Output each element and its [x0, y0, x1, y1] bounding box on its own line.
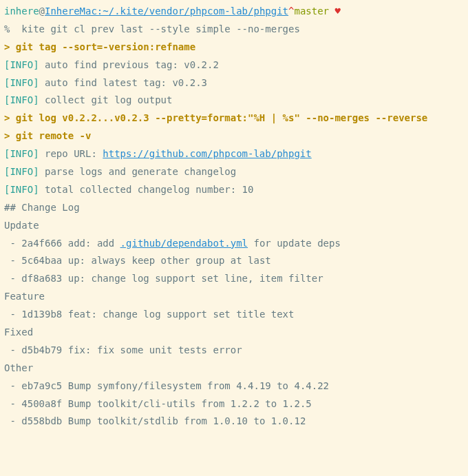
output-line: [INFO] auto find previous tag: v0.2.2 — [4, 56, 464, 74]
command-input-line: % kite git cl prev last --style simple -… — [4, 21, 464, 39]
commit-hash: df8a683 — [21, 273, 62, 284]
bullet: - — [4, 273, 21, 284]
prompt-line: inhere@InhereMac:~/.kite/vendor/phpcom-l… — [4, 3, 464, 21]
changelog-section-title: Feature — [4, 288, 464, 306]
changelog-section-title: Update — [4, 217, 464, 235]
commit-hash: d5b4b79 — [21, 344, 62, 355]
bullet: - — [4, 309, 21, 320]
terminal-output: inhere@InhereMac:~/.kite/vendor/phpcom-l… — [4, 3, 464, 431]
info-tag: [INFO] — [4, 166, 39, 177]
commit-msg-post: for update deps — [248, 238, 341, 249]
changelog-item: - eb7a9c5 Bump symfony/filesystem from 4… — [4, 377, 464, 395]
output-line: [INFO] auto find latest tag: v0.2.3 — [4, 74, 464, 92]
output-line: > git tag --sort=-version:refname — [4, 39, 464, 56]
changelog-item: - d5b4b79 fix: fix some unit tests error — [4, 342, 464, 360]
commit-msg-pre: Bump toolkit/cli-utils from 1.2.2 to 1.2… — [62, 398, 311, 409]
commit-msg-pre: Bump toolkit/stdlib from 1.0.10 to 1.0.1… — [62, 415, 306, 426]
commit-msg-pre: Bump symfony/filesystem from 4.4.19 to 4… — [62, 380, 329, 391]
output-line: [INFO] repo URL: https://github.com/phpc… — [4, 145, 464, 163]
prompt-at: @ — [39, 6, 45, 17]
commit-hash: d558bdb — [21, 415, 62, 426]
info-text: repo URL: — [39, 148, 103, 159]
commit-msg-pre: fix: fix some unit tests error — [62, 344, 242, 355]
commit-hash: 4500a8f — [21, 398, 62, 409]
info-text: collect git log output — [39, 94, 173, 105]
changelog-item: - 4500a8f Bump toolkit/cli-utils from 1.… — [4, 395, 464, 413]
changelog-header: ## Change Log — [4, 199, 464, 217]
prompt-user: inhere — [4, 6, 39, 17]
info-text: parse logs and generate changelog — [39, 166, 237, 177]
bullet: - — [4, 238, 21, 249]
bullet: - — [4, 415, 21, 426]
output-line: [INFO] parse logs and generate changelog — [4, 163, 464, 181]
bullet: - — [4, 398, 21, 409]
changelog-item: - 2a4f666 add: add .github/dependabot.ym… — [4, 235, 464, 253]
output-line: [INFO] total collected changelog number:… — [4, 181, 464, 199]
info-tag: [INFO] — [4, 148, 39, 159]
exec-command: > git remote -v — [4, 130, 91, 141]
output-line: [INFO] collect git log output — [4, 92, 464, 110]
commit-hash: eb7a9c5 — [21, 380, 62, 391]
prompt-branch: master — [294, 6, 329, 17]
prompt-hostpath[interactable]: InhereMac:~/.kite/vendor/phpcom-lab/phpg… — [45, 6, 288, 17]
exec-command: > git log v0.2.2...v0.2.3 --pretty=forma… — [4, 112, 427, 123]
output-line: > git remote -v — [4, 127, 464, 145]
changelog-item: - 5c64baa up: always keep other group at… — [4, 252, 464, 270]
commit-hash: 1d139b8 — [21, 309, 62, 320]
info-tag: [INFO] — [4, 59, 39, 70]
command-text: kite git cl prev last --style simple --n… — [10, 23, 299, 34]
output-line: > git log v0.2.2...v0.2.3 --pretty=forma… — [4, 110, 464, 127]
changelog-item: - 1d139b8 feat: change log support set t… — [4, 306, 464, 324]
repo-url-link[interactable]: https://github.com/phpcom-lab/phpgit — [103, 148, 311, 159]
bullet: - — [4, 380, 21, 391]
commit-hash: 2a4f666 — [21, 238, 62, 249]
changelog-item: - df8a683 up: change log support set lin… — [4, 270, 464, 288]
commit-msg-pre: add: add — [62, 238, 120, 249]
heart-icon: ♥ — [334, 6, 340, 17]
changelog-section-title: Fixed — [4, 324, 464, 342]
commit-msg-pre: up: always keep other group at last — [62, 255, 270, 266]
exec-command: > git tag --sort=-version:refname — [4, 41, 195, 52]
info-tag: [INFO] — [4, 94, 39, 105]
info-text: total collected changelog number: 10 — [39, 184, 254, 195]
commit-hash: 5c64baa — [21, 255, 62, 266]
info-tag: [INFO] — [4, 77, 39, 88]
commit-msg-pre: feat: change log support set title text — [62, 309, 294, 320]
info-tag: [INFO] — [4, 184, 39, 195]
bullet: - — [4, 344, 21, 355]
info-text: auto find previous tag: v0.2.2 — [39, 59, 219, 70]
changelog-section-title: Other — [4, 360, 464, 377]
changelog-item: - d558bdb Bump toolkit/stdlib from 1.0.1… — [4, 413, 464, 431]
info-text: auto find latest tag: v0.2.3 — [39, 77, 207, 88]
file-link[interactable]: .github/dependabot.yml — [120, 238, 248, 249]
bullet: - — [4, 255, 21, 266]
commit-msg-pre: up: change log support set line, item fi… — [62, 273, 323, 284]
